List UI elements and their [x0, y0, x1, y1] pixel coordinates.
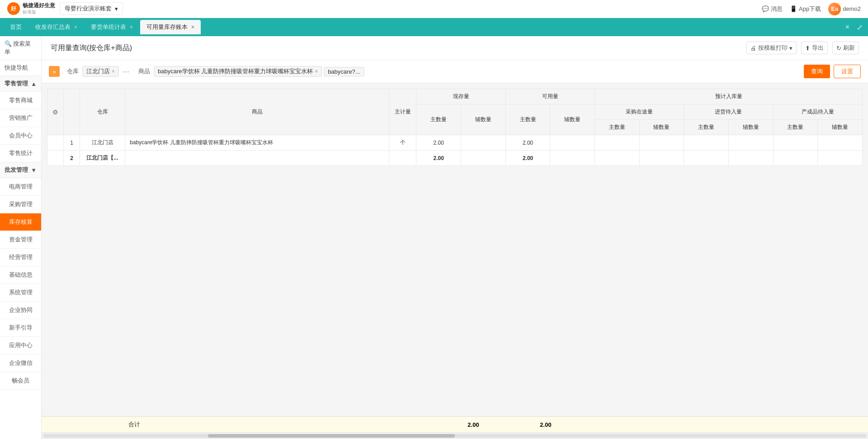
tab-available-stock-close[interactable]: × — [191, 24, 194, 30]
sidebar-quick-nav[interactable]: 快捷导航 — [0, 60, 41, 76]
scroll-bar-area — [42, 433, 868, 439]
summary-bar: 合计 2.00 2.00 — [42, 416, 868, 433]
sidebar-item-vip[interactable]: 畅会员 — [0, 372, 41, 390]
th-goods-pending-main: 主数量 — [684, 120, 729, 135]
product-filter-label: 商品 — [138, 67, 150, 76]
app-download-btn[interactable]: 📱 App下载 — [790, 5, 821, 13]
sidebar-item-system[interactable]: 系统管理 — [0, 284, 41, 302]
th-purchase-transit: 采购在途量 — [595, 104, 684, 120]
cell-product-pending-main — [773, 151, 818, 166]
message-icon: 💬 — [762, 5, 769, 12]
sidebar-enterprise-label: 企业协同 — [9, 306, 33, 314]
warehouse-more-btn[interactable]: ··· — [121, 67, 131, 76]
user-profile[interactable]: Ea demo2 — [828, 3, 861, 15]
warehouse-tag[interactable]: 江北门店 × — [82, 66, 119, 77]
sidebar-item-operations[interactable]: 经营管理 — [0, 249, 41, 266]
cell-product: babycare学饮杯 儿童防摔防撞吸管杯重力球吸嘴杯宝宝水杯 — [125, 135, 389, 151]
tab-order-summary-close[interactable]: × — [130, 24, 133, 30]
tab-home-label: 首页 — [10, 23, 22, 31]
scroll-bar-thumb[interactable] — [208, 434, 455, 438]
tab-receipt-summary-close[interactable]: × — [74, 24, 77, 30]
warehouse-filter-tags: 江北门店 × ··· — [82, 66, 131, 77]
chevron-up-icon: ▲ — [31, 80, 37, 87]
scroll-bar-track — [43, 434, 866, 438]
page-title: 可用量查询(按仓库+商品) — [51, 43, 132, 53]
sidebar-item-retail-stats[interactable]: 零售统计 — [0, 145, 41, 162]
cell-goods-pending-aux — [728, 135, 773, 151]
cell-product-pending-main — [773, 135, 818, 151]
th-product-pending-aux: 辅数量 — [818, 120, 863, 135]
th-planned-group: 预计入库量 — [595, 89, 863, 104]
tab-receipt-summary[interactable]: 收发存汇总表 × — [29, 20, 84, 34]
refresh-btn[interactable]: ↻ 刷新 — [832, 42, 859, 54]
cell-no: 2 — [64, 151, 80, 166]
export-btn[interactable]: ⬆ 导出 — [801, 42, 828, 54]
column-settings-icon[interactable]: ⚙ — [52, 109, 58, 116]
sidebar-item-wholesale[interactable]: 批发管理 ▼ — [0, 162, 41, 178]
product-tag-1[interactable]: babycare学饮杯 儿童防摔防撞吸管杯重力球吸嘴杯宝宝水杯 × — [154, 66, 322, 77]
filter-expand-btn[interactable]: » — [49, 66, 60, 77]
warehouse-tag-close[interactable]: × — [112, 68, 115, 75]
top-bar-left: 好 畅捷通好生意 标准版 母婴行业演示账套 ▾ — [7, 2, 123, 15]
th-available-main: 主数量 — [505, 104, 550, 135]
sidebar-newbie-label: 新手引导 — [9, 324, 33, 332]
sidebar-wholesale-label: 批发管理 — [5, 166, 28, 174]
query-btn[interactable]: 查询 — [804, 65, 830, 78]
sidebar-item-enterprise[interactable]: 企业协同 — [0, 302, 41, 319]
app-download-label: App下载 — [799, 5, 821, 13]
sidebar-item-inventory[interactable]: 库存核算 — [0, 213, 41, 231]
tab-close-all-btn[interactable]: × — [844, 21, 851, 33]
chevron-down-icon: ▼ — [31, 167, 37, 174]
sidebar-item-newbie[interactable]: 新手引导 — [0, 319, 41, 337]
chevron-down-icon: ▾ — [115, 5, 118, 12]
expand-icon: » — [52, 68, 56, 75]
tab-order-summary-label: 要货单统计表 — [91, 23, 126, 31]
sidebar-item-ecommerce[interactable]: 电商管理 — [0, 178, 41, 196]
product-tag-2[interactable]: babycare?... — [324, 67, 364, 76]
sidebar-enterprise-wechat-label: 企业微信 — [9, 359, 33, 367]
th-purchase-transit-aux: 辅数量 — [639, 120, 684, 135]
product-tag-1-close[interactable]: × — [315, 68, 318, 75]
tab-available-stock[interactable]: 可用量库存账本 × — [140, 20, 201, 34]
sidebar-ecommerce-label: 电商管理 — [9, 183, 33, 191]
summary-stock-main: 2.00 — [455, 421, 491, 428]
th-stock-group: 现存量 — [416, 89, 505, 104]
product-tag-1-value: babycare学饮杯 儿童防摔防撞吸管杯重力球吸嘴杯宝宝水杯 — [158, 67, 313, 76]
sidebar-item-finance[interactable]: 资金管理 — [0, 231, 41, 249]
message-btn[interactable]: 💬 消息 — [762, 5, 783, 13]
sidebar-item-appstore[interactable]: 应用中心 — [0, 337, 41, 354]
sidebar-item-marketing[interactable]: 营销推广 — [0, 109, 41, 127]
sidebar-item-member[interactable]: 会员中心 — [0, 127, 41, 145]
sidebar-item-purchase[interactable]: 采购管理 — [0, 196, 41, 213]
sidebar-finance-label: 资金管理 — [9, 236, 33, 244]
th-no — [64, 89, 80, 135]
th-available-group: 可用量 — [505, 89, 594, 104]
template-print-btn[interactable]: 🖨 按模板打印 ▾ — [746, 42, 797, 54]
sidebar-quick-nav-label: 快捷导航 — [5, 64, 28, 71]
cell-available-aux — [550, 135, 595, 151]
sidebar-item-retail[interactable]: 零售管理 ▲ — [0, 76, 41, 92]
cell-stock-aux — [461, 135, 506, 151]
cell-settings — [47, 135, 64, 151]
th-stock-aux: 辅数量 — [461, 104, 506, 135]
product-filter-group: 商品 babycare学饮杯 儿童防摔防撞吸管杯重力球吸嘴杯宝宝水杯 × bab… — [138, 66, 364, 77]
logo-text: 畅捷通好生意 — [23, 2, 55, 9]
sidebar-search[interactable]: 🔍 搜索菜单 — [0, 36, 41, 60]
table-body: 1 江北门店 babycare学饮杯 儿童防摔防撞吸管杯重力球吸嘴杯宝宝水杯 个… — [47, 135, 863, 166]
cell-available-main: 2.00 — [505, 151, 550, 166]
sidebar-item-basics[interactable]: 基础信息 — [0, 266, 41, 284]
tab-bar: 首页 收发存汇总表 × 要货单统计表 × 可用量库存账本 × × ⤢ — [0, 18, 868, 36]
tab-home[interactable]: 首页 — [4, 20, 28, 34]
sidebar-appstore-label: 应用中心 — [9, 341, 33, 349]
industry-selector[interactable]: 母婴行业演示账套 ▾ — [60, 2, 123, 15]
tab-expand-btn[interactable]: ⤢ — [855, 21, 864, 33]
sidebar-item-retail-mall[interactable]: 零售商城 — [0, 92, 41, 109]
cell-goods-pending-aux — [728, 151, 773, 166]
cell-settings — [47, 151, 64, 166]
tab-order-summary[interactable]: 要货单统计表 × — [85, 20, 139, 34]
top-bar: 好 畅捷通好生意 标准版 母婴行业演示账套 ▾ 💬 消息 📱 App下载 Ea … — [0, 0, 868, 18]
filter-settings-btn[interactable]: 设置 — [834, 65, 861, 78]
cell-unit: 个 — [389, 135, 416, 151]
tab-bar-right: × ⤢ — [844, 21, 864, 33]
sidebar-item-enterprise-wechat[interactable]: 企业微信 — [0, 354, 41, 372]
